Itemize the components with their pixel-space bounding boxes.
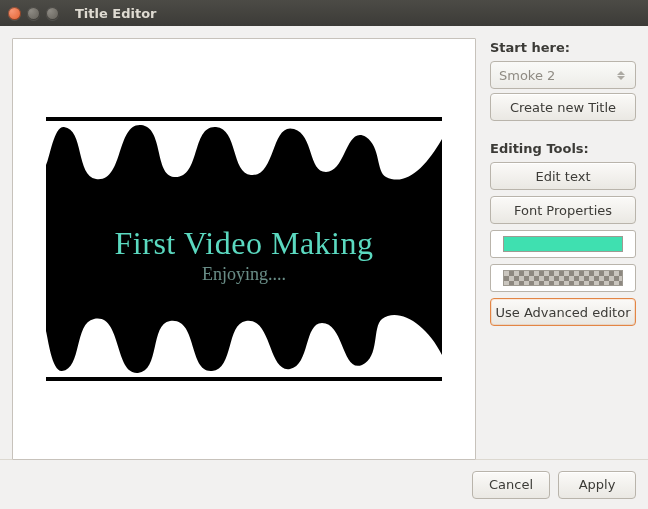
background-preview-checker: [503, 270, 623, 286]
edit-text-button[interactable]: Edit text: [490, 162, 636, 190]
minimize-icon[interactable]: [27, 7, 40, 20]
dialog-footer: Cancel Apply: [0, 460, 648, 509]
side-panel: Start here: Smoke 2 Create new Title Edi…: [490, 38, 636, 332]
editing-tools-label: Editing Tools:: [490, 141, 636, 156]
create-new-title-label: Create new Title: [510, 100, 616, 115]
background-swatch[interactable]: [490, 264, 636, 292]
svg-rect-0: [46, 117, 442, 121]
start-here-label: Start here:: [490, 40, 636, 55]
apply-button[interactable]: Apply: [558, 471, 636, 499]
use-advanced-editor-button[interactable]: Use Advanced editor: [490, 298, 636, 326]
cancel-label: Cancel: [489, 477, 533, 492]
combo-chevron-icon: [617, 62, 627, 88]
dialog-body: First Video Making Enjoying.... Start he…: [0, 26, 648, 459]
window-controls: [8, 7, 65, 20]
font-properties-button[interactable]: Font Properties: [490, 196, 636, 224]
create-new-title-button[interactable]: Create new Title: [490, 93, 636, 121]
maximize-icon[interactable]: [46, 7, 59, 20]
preview-stage: First Video Making Enjoying....: [46, 117, 442, 381]
title-line-2: Enjoying....: [46, 264, 442, 285]
text-color-swatch[interactable]: [490, 230, 636, 258]
cancel-button[interactable]: Cancel: [472, 471, 550, 499]
smoke-bottom: [46, 295, 442, 381]
title-line-1: First Video Making: [46, 225, 442, 262]
template-combo[interactable]: Smoke 2: [490, 61, 636, 89]
font-properties-label: Font Properties: [514, 203, 612, 218]
close-icon[interactable]: [8, 7, 21, 20]
title-text-group: First Video Making Enjoying....: [46, 225, 442, 285]
titlebar: Title Editor: [0, 0, 648, 26]
window-title: Title Editor: [75, 6, 640, 21]
text-color-preview: [503, 236, 623, 252]
smoke-top: [46, 117, 442, 203]
template-combo-value: Smoke 2: [499, 68, 555, 83]
preview-frame: First Video Making Enjoying....: [12, 38, 476, 460]
apply-label: Apply: [579, 477, 616, 492]
use-advanced-editor-label: Use Advanced editor: [495, 305, 630, 320]
svg-rect-1: [46, 377, 442, 381]
edit-text-label: Edit text: [536, 169, 591, 184]
